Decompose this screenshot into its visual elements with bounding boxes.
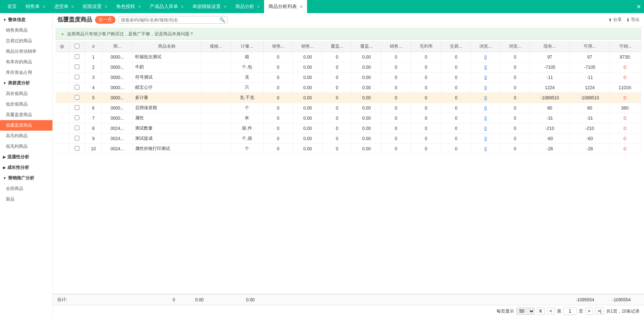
search-input[interactable] [121, 17, 219, 23]
row-checkbox[interactable] [69, 113, 85, 123]
sidebar-item-in-stock[interactable]: 有库存的商品 [0, 57, 52, 67]
nav-purchase[interactable]: 进货单 ✕ [50, 0, 79, 13]
close-template-icon[interactable]: ✕ [224, 5, 227, 9]
row-settings [56, 134, 69, 144]
sidebar-section-overview[interactable]: ▼ 整体信息 [0, 15, 52, 25]
row-gross-rate: 0 [411, 72, 441, 83]
last-page-button[interactable]: >| [595, 308, 604, 315]
row-checkbox[interactable] [69, 144, 85, 154]
browse-link[interactable]: 0 [484, 126, 487, 131]
close-product-in-icon[interactable]: ✕ [181, 5, 184, 9]
sidebar-item-low-gross[interactable]: 低毛利商品 [0, 141, 52, 152]
row-browse1[interactable]: 0 [471, 62, 500, 72]
row-browse1[interactable]: 0 [471, 93, 500, 103]
prev-page-button[interactable]: < [547, 308, 555, 315]
row-checkbox[interactable] [69, 52, 85, 62]
select-all-checkbox[interactable] [75, 44, 79, 48]
close-purchase-icon[interactable]: ✕ [71, 5, 74, 9]
browse-link[interactable]: 0 [484, 75, 487, 80]
page-size-select[interactable]: 20 50 100 [516, 308, 535, 315]
row-browse2: 0 [500, 134, 530, 144]
row-browse1[interactable]: 0 [471, 123, 500, 134]
row-coverage1: 0 [322, 72, 352, 83]
sidebar-item-high-value[interactable]: 高价值商品 [0, 88, 52, 99]
table-row: 10 0024... 属性价格打印测试 个 0 0.00 0 0.00 0 0 … [56, 144, 641, 154]
browse-link[interactable]: 0 [484, 85, 487, 90]
browse-link[interactable]: 0 [484, 55, 487, 60]
sidebar-item-low-coverage[interactable]: 低覆盖度商品 [0, 120, 52, 131]
header-actions: ⬆ 分享 ⬇ 导出 [608, 17, 640, 23]
browse-link[interactable]: 0 [484, 95, 487, 100]
nav-home[interactable]: 首页 [3, 0, 21, 13]
row-sales-qty: 0 [263, 83, 293, 93]
row-checkbox[interactable] [69, 62, 85, 72]
nav-product-in[interactable]: 产成品入库单 ✕ [145, 0, 188, 13]
row-browse1[interactable]: 0 [471, 72, 500, 83]
next-page-button[interactable]: > [585, 308, 593, 315]
col-checkbox[interactable] [69, 41, 85, 52]
sidebar-item-stock-capital[interactable]: 库存资金占用 [0, 67, 52, 78]
sidebar-item-new-products[interactable]: 新品 [0, 194, 52, 205]
row-checkbox[interactable] [69, 134, 85, 144]
row-settings [56, 83, 69, 93]
row-checkbox[interactable] [69, 103, 85, 113]
row-browse1[interactable]: 0 [471, 134, 500, 144]
share-button[interactable]: ⬆ 分享 [608, 17, 622, 23]
sidebar-section-marketing[interactable]: ▼ 营销推广分析 [0, 173, 52, 183]
export-button[interactable]: ⬇ 导出 [626, 17, 640, 23]
page-size-label: 每页显示 [496, 308, 514, 314]
row-sales-qty: 0 [263, 123, 293, 134]
row-browse1[interactable]: 0 [471, 83, 500, 93]
sidebar-section-circulation[interactable]: ▶ 流通性分析 [0, 152, 52, 162]
close-sales-icon[interactable]: ✕ [43, 5, 46, 9]
nav-template[interactable]: 单据模板设置 ✕ [188, 0, 231, 13]
sidebar-item-all-products[interactable]: 全部商品 [0, 183, 52, 194]
row-browse1[interactable]: 0 [471, 144, 500, 154]
sidebar-item-high-gross[interactable]: 高毛利商品 [0, 131, 52, 141]
row-code: 0000... [102, 52, 133, 62]
row-checkbox[interactable] [69, 83, 85, 93]
browse-link[interactable]: 0 [484, 106, 487, 111]
nav-role[interactable]: 角色授权 ✕ [112, 0, 145, 13]
table-wrapper[interactable]: ⚙ # 商... 商品名称 规格... 计量... 销售... 销售... 覆盖… [53, 41, 644, 294]
browse-link[interactable]: 0 [484, 146, 487, 151]
col-settings[interactable]: ⚙ [56, 41, 69, 52]
first-page-button[interactable]: K [537, 308, 545, 315]
sidebar-item-low-value[interactable]: 低价值商品 [0, 99, 52, 110]
nav-sales[interactable]: 销售单 ✕ [21, 0, 50, 13]
row-browse1[interactable]: 0 [471, 113, 500, 123]
row-sellable: 0: [610, 113, 641, 123]
browse-link[interactable]: 0 [484, 136, 487, 141]
browse-link[interactable]: 0 [484, 65, 487, 70]
row-settings [56, 93, 69, 103]
time-filter-button[interactable]: 近一月 [95, 16, 115, 24]
sidebar-item-traded[interactable]: 交易过的商品 [0, 36, 52, 46]
summary-available: -1095554 [603, 297, 640, 302]
close-list-icon[interactable]: ✕ [300, 5, 303, 9]
row-browse1[interactable]: 0 [471, 103, 500, 113]
nav-permission[interactable]: 权限设置 ✕ [78, 0, 112, 13]
table-row: 9 0024... 测试提成 个,袋 0 0.00 0 0.00 0 0 0 0… [56, 134, 641, 144]
close-all-tabs[interactable]: ✕ [636, 3, 641, 10]
row-available: -28 [570, 144, 610, 154]
nav-product-analysis[interactable]: 商品分析 ✕ [231, 0, 264, 13]
row-browse1[interactable]: 0 [471, 52, 500, 62]
row-checkbox[interactable] [69, 93, 85, 103]
sidebar-section-cluster[interactable]: ▼ 类群度分析 [0, 78, 52, 88]
sidebar-section-growth[interactable]: ▶ 成长性分析 [0, 162, 52, 173]
sidebar-item-high-coverage[interactable]: 高覆盖度商品 [0, 110, 52, 120]
sidebar-item-sales-products[interactable]: 销售类商品 [0, 25, 52, 36]
nav-product-analysis-list[interactable]: 商品分析列表 ✕ [264, 0, 307, 13]
column-settings-button[interactable]: ⚙ [58, 44, 66, 49]
row-checkbox[interactable] [69, 123, 85, 134]
close-analysis-icon[interactable]: ✕ [257, 5, 260, 9]
close-role-icon[interactable]: ✕ [138, 5, 141, 9]
sidebar-item-category-rate[interactable]: 商品分类动销率 [0, 46, 52, 57]
row-coverage2: 0.00 [352, 72, 381, 83]
summary-coverage2: 0.00 [237, 297, 263, 302]
row-spec [201, 123, 231, 134]
browse-link[interactable]: 0 [484, 116, 487, 121]
row-checkbox[interactable] [69, 72, 85, 83]
page-input[interactable] [564, 308, 577, 315]
close-permission-icon[interactable]: ✕ [105, 5, 107, 9]
